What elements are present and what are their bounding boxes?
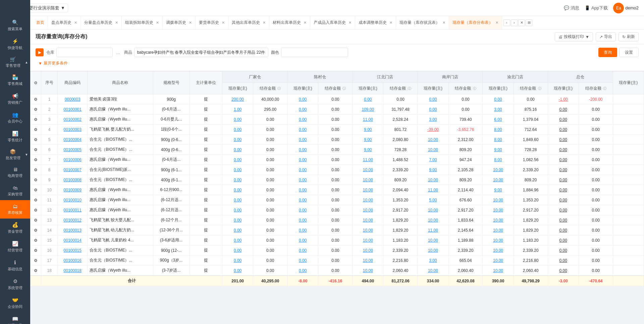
row-extra-qty	[613, 145, 644, 155]
sidebar-item-retail-mall[interactable]: 🏪 零售商城	[0, 71, 30, 90]
nav-expand[interactable]: ⊞	[526, 19, 532, 26]
row-unit: 提	[190, 94, 222, 104]
row-gear[interactable]: ⚙	[31, 245, 41, 256]
setting-button[interactable]: 设置	[619, 48, 639, 57]
export-button[interactable]: ↗ 导出	[596, 32, 616, 41]
nav-left-arrow[interactable]: ‹	[503, 19, 510, 26]
tab-close-icon[interactable]: ✕	[304, 20, 307, 25]
row-chen-qty: 0.00	[287, 165, 318, 175]
tab-sub-inventory[interactable]: 分量盘点单历史 ✕	[81, 16, 122, 30]
row-gear[interactable]: ⚙	[31, 195, 41, 205]
row-gear[interactable]: ⚙	[31, 125, 41, 135]
goods-input[interactable]	[134, 48, 268, 57]
sidebar-item-finance[interactable]: 💰 资金管理	[0, 219, 30, 237]
tab-close-icon[interactable]: ✕	[495, 20, 498, 25]
tab-cost-adjust[interactable]: 成本调整单历史 ✕	[355, 16, 396, 30]
tab-close-icon[interactable]: ✕	[74, 20, 77, 25]
collapse-filter-btn[interactable]: ▶	[36, 48, 44, 56]
sidebar-item-enterprise[interactable]: 🤝 企业协同	[0, 294, 30, 313]
chevron-up-icon: ▲	[25, 60, 28, 64]
row-gear[interactable]: ⚙	[31, 225, 41, 235]
row-gear[interactable]: ⚙	[31, 235, 41, 245]
total-warehouse-header: 总仓	[548, 72, 613, 83]
tab-requisition[interactable]: 要货单历史 ✕	[196, 16, 228, 30]
sidebar-item-member[interactable]: 👥 会员中心	[0, 108, 30, 127]
app-download-btn[interactable]: 📱 App下载	[585, 5, 608, 11]
row-gear[interactable]: ⚙	[31, 145, 41, 155]
tab-other-outbound[interactable]: 其他出库单历史 ✕	[228, 16, 269, 30]
row-chen-amt: 0.00	[318, 104, 353, 114]
sidebar-item-label: 库存核算	[8, 210, 22, 215]
row-chen-qty: 0.00	[287, 245, 318, 256]
row-code: 00100004	[58, 135, 88, 145]
sidebar-item-quick-nav[interactable]: ⚡ 快捷导航	[0, 35, 30, 54]
tab-inventory-single[interactable]: 盘点单历史 ✕	[48, 16, 81, 30]
tab-close-icon[interactable]: ✕	[263, 20, 266, 25]
table-area[interactable]: ⚙ 序号 商品编码 商品名称 规格型号 主计量单位 厂家仓 陈村仓 江北门店 南…	[30, 71, 644, 324]
row-gear[interactable]: ⚙	[31, 205, 41, 215]
message-btn[interactable]: 💬 消息	[564, 5, 579, 11]
tab-close-icon[interactable]: ✕	[115, 20, 118, 25]
tab-close-icon[interactable]: ✕	[389, 20, 392, 25]
tab-material-outbound[interactable]: 材料出库单历史 ✕	[269, 16, 310, 30]
tab-home[interactable]: 首页	[33, 16, 48, 30]
sidebar-item-sys-mgmt[interactable]: ⚙ 系统管理	[0, 275, 30, 294]
tab-close-icon[interactable]: ✕	[222, 20, 225, 25]
color-input[interactable]	[281, 48, 348, 57]
sidebar-item-search[interactable]: 🔍 搜索英单	[0, 16, 30, 35]
row-gear[interactable]: ⚙	[31, 165, 41, 175]
row-gear[interactable]: ⚙	[31, 155, 41, 165]
tab-label: 要货单历史	[199, 20, 219, 26]
row-jiangbei-amt: 1,488.52	[383, 155, 418, 165]
tab-combo-disassemble[interactable]: 组装拆卸单历史 ✕	[122, 16, 163, 30]
sidebar-item-inventory[interactable]: 🗂 库存核算	[0, 200, 30, 219]
row-jiangbei-amt: 728.28	[383, 145, 418, 155]
nav-close-all[interactable]: ✕	[518, 19, 525, 26]
sidebar-item-ecommerce[interactable]: 🖥 电商管理	[0, 163, 30, 182]
expand-conditions-btn[interactable]: ▼ 展开更多条件	[36, 59, 70, 67]
tab-stock-status[interactable]: 现存量（库存状况表） ✕	[396, 16, 449, 30]
row-gear[interactable]: ⚙	[31, 94, 41, 104]
warehouse-input[interactable]	[56, 48, 113, 57]
tab-product-inbound[interactable]: 产成品入库单历史 ✕	[310, 16, 355, 30]
print-button[interactable]: 🖨 按模版打印 ▼	[555, 32, 593, 41]
tab-stock-dist[interactable]: 现存量（库存分布表） ✕	[449, 16, 502, 30]
sidebar-item-purchase[interactable]: 🛍 采购管理	[0, 182, 30, 200]
user-area[interactable]: Ea demo2	[613, 3, 639, 13]
sidebar-item-retail-mgmt[interactable]: 🛒 零售管理 ▲	[0, 54, 30, 71]
row-nanan-qty: 10.00	[418, 235, 448, 245]
sidebar-item-retail-stats[interactable]: 📊 零售统计	[0, 127, 30, 146]
sidebar-item-new-guide[interactable]: 📖 新手引导	[0, 313, 30, 324]
row-gear[interactable]: ⚙	[31, 114, 41, 125]
tab-close-icon[interactable]: ✕	[156, 20, 159, 25]
nav-right-arrow[interactable]: ›	[511, 19, 518, 26]
tab-close-icon[interactable]: ✕	[189, 20, 192, 25]
row-gear[interactable]: ⚙	[31, 135, 41, 145]
sidebar-item-marketing[interactable]: 📢 营销推广	[0, 90, 30, 108]
row-gear[interactable]: ⚙	[31, 104, 41, 114]
row-gear[interactable]: ⚙	[31, 185, 41, 195]
row-gear[interactable]: ⚙	[31, 215, 41, 225]
sidebar-item-operations[interactable]: 📈 经营管理	[0, 237, 30, 256]
summary-yubei-amt: 49,798.29	[514, 276, 548, 286]
sidebar-item-wholesale[interactable]: 📦 批发管理 ▼	[0, 146, 30, 163]
row-spec: 400g (0-6...	[153, 145, 190, 155]
row-gear[interactable]: ⚙	[31, 266, 41, 276]
row-chen-qty: 0.00	[287, 256, 318, 266]
sidebar-item-label: 零售统计	[8, 138, 22, 143]
row-gear[interactable]: ⚙	[31, 175, 41, 185]
ecommerce-icon: 🖥	[13, 167, 18, 172]
tab-close-icon[interactable]: ✕	[348, 20, 352, 25]
row-chen-amt: 0.00	[318, 175, 353, 185]
sidebar-item-base-info[interactable]: ℹ 基础信息	[0, 256, 30, 275]
row-name: 飞鹤星飞帆 儿童奶粉 4...	[88, 235, 153, 245]
tab-transfer[interactable]: 调拨单历史 ✕	[163, 16, 196, 30]
tab-close-icon[interactable]: ✕	[442, 20, 445, 25]
row-unit: 提	[190, 245, 222, 256]
refresh-button[interactable]: ↻ 刷新	[619, 32, 639, 41]
row-idx: 2	[41, 104, 58, 114]
summary-nanan-amt: 42,620.08	[448, 276, 483, 286]
warehouse-ellipsis[interactable]: ...	[115, 50, 121, 55]
row-gear[interactable]: ⚙	[31, 256, 41, 266]
query-button[interactable]: 查询	[598, 48, 617, 57]
